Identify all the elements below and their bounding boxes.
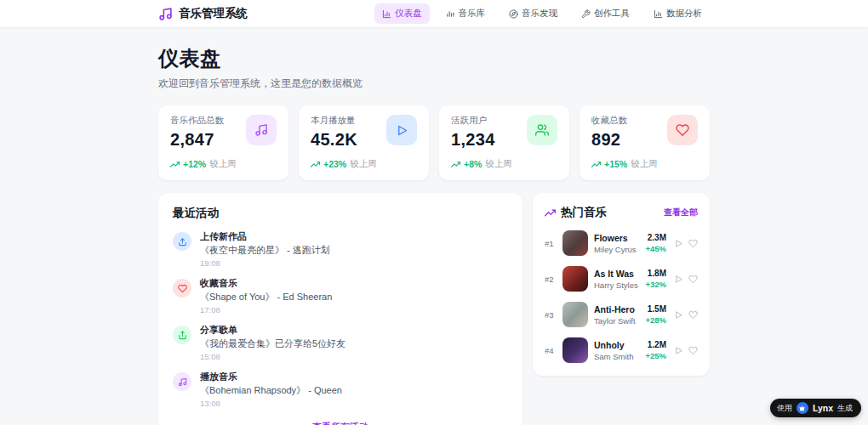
sound-bars-icon — [446, 9, 455, 19]
song-rank: #1 — [545, 239, 557, 248]
heart-icon[interactable] — [688, 239, 698, 248]
app-logo: 音乐管理系统 — [158, 6, 248, 21]
trending-up-icon — [311, 160, 320, 169]
play-icon — [386, 115, 417, 145]
nav-item-data-analysis[interactable]: 数据分析 — [646, 3, 710, 24]
trending-up-icon — [170, 160, 180, 169]
music-note-icon — [158, 7, 173, 21]
activity-item-upload: 上传新作品 《夜空中最亮的星》 - 逃跑计划 19:08 — [173, 231, 508, 268]
recent-activity-panel: 最近活动 上传新作品 《夜空中最亮的星》 - 逃跑计划 19:08 收藏音乐 《… — [158, 193, 523, 425]
wrench-icon — [581, 9, 591, 19]
recent-activity-title: 最近活动 — [173, 206, 508, 221]
activity-timestamp: 13:08 — [200, 399, 342, 408]
upload-icon — [173, 232, 191, 251]
activity-timestamp: 19:08 — [200, 258, 330, 268]
stats-row: 音乐作品总数 2,847 +12% 较上周 本月播放量 45.2K — [158, 105, 710, 180]
song-row: #1 Flowers Miley Cyrus 2.3M +45% — [545, 230, 698, 256]
nav-item-dashboard[interactable]: 仪表盘 — [374, 3, 430, 24]
page-subtitle: 欢迎回到音乐管理系统，这里是您的数据概览 — [158, 76, 710, 91]
song-rank: #2 — [545, 275, 557, 284]
album-art — [562, 266, 588, 292]
dashboard-main: 仪表盘 欢迎回到音乐管理系统，这里是您的数据概览 音乐作品总数 2,847 +1… — [158, 45, 710, 425]
album-art — [562, 302, 588, 327]
trending-up-icon — [591, 160, 601, 169]
album-art — [562, 230, 588, 256]
music-note-icon — [246, 115, 277, 145]
bar-chart-icon — [654, 9, 663, 19]
song-row: #4 Unholy Sam Smith 1.2M +25% — [545, 337, 698, 363]
top-nav: 音乐管理系统 仪表盘 音乐库 音乐发现 创作工具 数据分析 — [0, 0, 868, 28]
song-row: #2 As It Was Harry Styles 1.8M +32% — [545, 266, 698, 292]
play-icon[interactable] — [674, 239, 683, 248]
trending-up-icon — [451, 160, 460, 169]
stat-card-total-favorites: 收藏总数 892 +15% 较上周 — [580, 105, 710, 180]
users-icon — [527, 115, 557, 145]
nav-item-creation-tools[interactable]: 创作工具 — [574, 3, 637, 24]
hot-music-title: 热门音乐 — [561, 205, 607, 220]
album-art — [562, 337, 588, 363]
page-title: 仪表盘 — [158, 45, 710, 72]
song-rank: #4 — [545, 346, 557, 355]
stat-card-total-works: 音乐作品总数 2,847 +12% 较上周 — [158, 105, 288, 180]
activity-timestamp: 17:08 — [200, 305, 332, 314]
heart-icon — [667, 115, 698, 145]
song-row: #3 Anti-Hero Taylor Swift 1.5M +28% — [545, 302, 698, 327]
share-icon — [173, 326, 191, 344]
activity-item-share: 分享歌单 《我的最爱合集》已分享给5位好友 15:08 — [173, 325, 508, 361]
trending-up-icon — [545, 207, 556, 218]
lynx-logo-icon — [797, 402, 808, 414]
play-icon[interactable] — [674, 275, 683, 284]
stat-card-monthly-plays: 本月播放量 45.2K +23% 较上周 — [299, 105, 429, 180]
main-nav: 仪表盘 音乐库 音乐发现 创作工具 数据分析 — [374, 3, 710, 24]
play-icon[interactable] — [674, 346, 683, 355]
play-icon[interactable] — [674, 310, 683, 320]
music-note-icon — [173, 372, 191, 391]
app-title: 音乐管理系统 — [179, 6, 248, 21]
heart-icon[interactable] — [688, 310, 698, 320]
heart-icon — [173, 279, 191, 298]
view-all-activities-link[interactable]: 查看所有活动 — [173, 421, 508, 425]
heart-icon[interactable] — [688, 346, 698, 355]
activity-item-play: 播放音乐 《Bohemian Rhapsody》 - Queen 13:08 — [173, 371, 508, 408]
lynx-brand: Lynx — [813, 403, 833, 413]
heart-icon[interactable] — [688, 275, 698, 284]
activity-item-favorite: 收藏音乐 《Shape of You》 - Ed Sheeran 17:08 — [173, 278, 508, 314]
nav-item-music-discovery[interactable]: 音乐发现 — [501, 3, 565, 24]
lynx-badge[interactable]: 使用 Lynx 生成 — [770, 399, 861, 417]
view-all-hot-link[interactable]: 查看全部 — [664, 207, 698, 218]
song-rank: #3 — [545, 310, 557, 320]
activity-timestamp: 15:08 — [200, 352, 345, 361]
content-row: 最近活动 上传新作品 《夜空中最亮的星》 - 逃跑计划 19:08 收藏音乐 《… — [158, 193, 710, 425]
bar-chart-icon — [382, 9, 391, 19]
nav-item-music-library[interactable]: 音乐库 — [438, 3, 494, 24]
hot-music-panel: 热门音乐 查看全部 #1 Flowers Miley Cyrus 2.3M +4… — [533, 193, 710, 376]
stat-card-active-users: 活跃用户 1,234 +8% 较上周 — [439, 105, 569, 180]
compass-icon — [509, 9, 518, 19]
